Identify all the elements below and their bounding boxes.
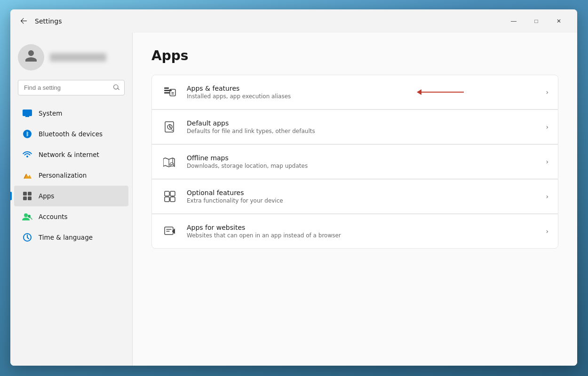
main-layout: System ᛒ Bluetooth & devices — [10, 33, 577, 366]
search-input[interactable] — [18, 80, 125, 95]
optional-features-icon — [161, 188, 178, 205]
svg-rect-21 — [170, 197, 175, 202]
settings-card-apps-features[interactable]: Apps & features Installed apps, app exec… — [151, 75, 558, 110]
window-controls: — □ ✕ — [503, 14, 570, 29]
apps-websites-subtitle: Websites that can open in an app instead… — [187, 232, 537, 239]
svg-rect-11 — [164, 90, 172, 91]
sidebar-item-system-label: System — [39, 110, 62, 117]
maximize-button[interactable]: □ — [525, 14, 547, 29]
arrow-head — [417, 89, 421, 95]
sidebar-item-apps[interactable]: Apps — [14, 186, 128, 206]
settings-list: Apps & features Installed apps, app exec… — [151, 75, 558, 249]
optional-features-title: Optional features — [187, 189, 537, 196]
network-icon — [22, 149, 33, 160]
svg-rect-0 — [23, 110, 32, 116]
settings-card-offline-maps[interactable]: Offline maps Downloads, storage location… — [151, 144, 558, 179]
sidebar-item-personalization-label: Personalization — [39, 172, 87, 179]
default-apps-text: Default apps Defaults for file and link … — [187, 119, 537, 134]
svg-rect-3 — [23, 192, 27, 196]
personalization-icon — [22, 170, 33, 181]
optional-features-subtitle: Extra functionality for your device — [187, 197, 537, 204]
svg-rect-1 — [25, 116, 29, 117]
page-title: Apps — [151, 48, 558, 63]
offline-maps-text: Offline maps Downloads, storage location… — [187, 154, 537, 169]
arrow-annotation — [417, 89, 464, 95]
svg-point-16 — [169, 126, 171, 128]
apps-icon — [22, 190, 33, 202]
apps-websites-icon — [161, 223, 178, 240]
time-icon — [22, 232, 33, 243]
svg-rect-4 — [28, 192, 32, 196]
search-box — [18, 80, 125, 95]
offline-maps-subtitle: Downloads, storage location, map updates — [187, 163, 537, 169]
apps-websites-text: Apps for websites Websites that can open… — [187, 224, 537, 239]
sidebar: System ᛒ Bluetooth & devices — [10, 33, 133, 366]
accounts-icon — [22, 211, 33, 222]
default-apps-title: Default apps — [187, 119, 537, 127]
sidebar-item-bluetooth-label: Bluetooth & devices — [39, 130, 103, 138]
sidebar-item-time-label: Time & language — [39, 234, 93, 241]
svg-rect-19 — [170, 191, 175, 196]
profile-area — [10, 33, 132, 80]
offline-maps-icon — [161, 153, 178, 170]
default-apps-chevron: › — [546, 123, 548, 131]
sidebar-item-personalization[interactable]: Personalization — [14, 165, 128, 186]
avatar-icon — [24, 49, 38, 66]
offline-maps-chevron: › — [546, 158, 548, 165]
sidebar-item-network[interactable]: Network & internet — [14, 144, 128, 165]
bluetooth-icon: ᛒ — [22, 128, 33, 140]
apps-features-subtitle: Installed apps, app execution aliases — [187, 93, 537, 100]
sidebar-item-bluetooth[interactable]: ᛒ Bluetooth & devices — [14, 124, 128, 144]
titlebar-left: Settings — [18, 16, 503, 27]
svg-point-8 — [28, 215, 31, 218]
apps-features-title: Apps & features — [187, 85, 537, 92]
apps-features-text: Apps & features Installed apps, app exec… — [187, 85, 537, 100]
content-area: Apps Apps & features — [133, 33, 577, 366]
optional-features-text: Optional features Extra functionality fo… — [187, 189, 537, 204]
arrow-line — [421, 92, 464, 93]
sidebar-item-system[interactable]: System — [14, 103, 128, 124]
titlebar: Settings — □ ✕ — [10, 9, 577, 33]
default-apps-icon — [161, 118, 178, 135]
minimize-button[interactable]: — — [503, 14, 524, 29]
settings-card-optional-features[interactable]: Optional features Extra functionality fo… — [151, 179, 558, 214]
settings-card-default-apps[interactable]: Default apps Defaults for file and link … — [151, 110, 558, 144]
svg-rect-10 — [164, 87, 169, 89]
close-button[interactable]: ✕ — [548, 14, 570, 29]
svg-point-17 — [170, 163, 174, 166]
optional-features-chevron: › — [546, 193, 548, 200]
svg-point-2 — [26, 156, 28, 157]
sidebar-item-apps-label: Apps — [39, 192, 54, 200]
sidebar-item-time[interactable]: Time & language — [14, 227, 128, 248]
svg-rect-18 — [165, 191, 169, 196]
system-icon — [22, 108, 33, 119]
svg-rect-12 — [164, 92, 170, 94]
window-title: Settings — [35, 17, 62, 25]
default-apps-subtitle: Defaults for file and link types, other … — [187, 128, 537, 134]
sidebar-item-network-label: Network & internet — [39, 151, 99, 158]
svg-point-7 — [24, 213, 28, 217]
username-blur — [50, 53, 106, 62]
svg-rect-24 — [165, 227, 173, 235]
svg-rect-20 — [165, 197, 169, 202]
sidebar-nav: System ᛒ Bluetooth & devices — [10, 103, 132, 248]
offline-maps-title: Offline maps — [187, 154, 537, 162]
apps-websites-chevron: › — [546, 227, 548, 235]
settings-window: Settings — □ ✕ — [10, 9, 577, 366]
back-button[interactable] — [18, 16, 29, 27]
avatar — [18, 44, 44, 70]
svg-rect-5 — [23, 196, 27, 200]
sidebar-item-accounts[interactable]: Accounts — [14, 206, 128, 227]
svg-rect-6 — [28, 196, 32, 200]
sidebar-item-accounts-label: Accounts — [39, 213, 68, 220]
apps-features-chevron: › — [546, 88, 548, 96]
settings-card-apps-websites[interactable]: Apps for websites Websites that can open… — [151, 214, 558, 249]
apps-websites-title: Apps for websites — [187, 224, 537, 231]
apps-features-icon — [161, 84, 178, 101]
